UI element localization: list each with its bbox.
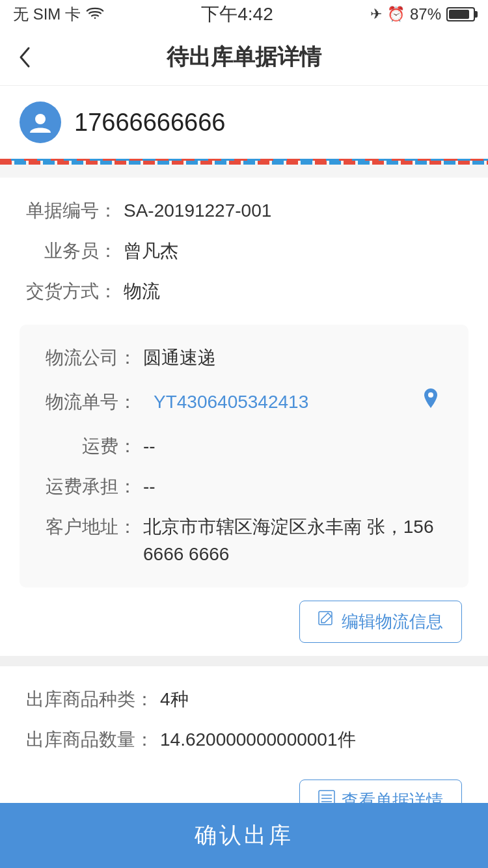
tracking-row: 物流单号： YT43064053424​13 (46, 385, 442, 420)
tracking-label: 物流单号： (46, 388, 137, 416)
svg-point-1 (35, 114, 46, 124)
goods-types-value: 4种 (154, 686, 462, 713)
customer-phone: 17666666666 (74, 109, 225, 137)
svg-point-2 (428, 392, 433, 398)
map-pin-icon[interactable] (419, 385, 442, 420)
status-left: 无 SIM 卡 (13, 4, 104, 25)
edit-logistics-label: 编辑物流信息 (342, 610, 443, 633)
customer-header: 17666666666 (0, 86, 488, 161)
freight-row: 运费： -- (46, 433, 442, 460)
order-number-value: SA-20191227-001 (117, 197, 462, 224)
page-title: 待出库单据详情 (167, 42, 321, 72)
edit-logistics-button[interactable]: 编辑物流信息 (299, 601, 462, 643)
confirm-button-label: 确认出库 (195, 821, 293, 850)
order-number-row: 单据编号： SA-20191227-001 (26, 197, 462, 224)
nav-bar: 待出库单据详情 (0, 29, 488, 86)
goods-types-label: 出库商品种类： (26, 686, 154, 713)
battery-percent: 87% (410, 5, 441, 23)
section-separator (0, 656, 488, 666)
logistics-card: 物流公司： 圆通速递 物流单号： YT43064053424​13 运费： --… (20, 325, 468, 588)
battery-icon (446, 7, 475, 21)
goods-types-row: 出库商品种类： 4种 (26, 686, 462, 713)
order-info-section: 单据编号： SA-20191227-001 业务员： 曾凡杰 交货方式： 物流 (0, 178, 488, 325)
status-right: ✈ ⏰ 87% (370, 5, 475, 23)
wifi-icon (86, 5, 104, 23)
goods-quantity-value: 14.620000000000001件 (154, 726, 462, 753)
confirm-bar[interactable]: 确认出库 (0, 803, 488, 868)
delivery-label: 交货方式： (26, 278, 117, 305)
freight-label: 运费： (46, 433, 137, 460)
address-row: 客户地址： 北京市市辖区海淀区永丰南 张，156 6666 6666 (46, 513, 442, 568)
address-value: 北京市市辖区海淀区永丰南 张，156 6666 6666 (137, 513, 442, 568)
freight-bear-label: 运费承担： (46, 473, 137, 500)
logistics-company-label: 物流公司： (46, 344, 137, 372)
delivery-value: 物流 (117, 278, 462, 305)
svg-point-0 (94, 17, 96, 19)
logistics-company-value: 圆通速递 (137, 344, 442, 372)
avatar (20, 102, 61, 143)
edit-icon (318, 611, 335, 632)
delivery-row: 交货方式： 物流 (26, 278, 462, 305)
freight-bear-row: 运费承担： -- (46, 473, 442, 500)
carrier-label: 无 SIM 卡 (13, 4, 81, 25)
battery-fill (449, 10, 469, 19)
back-button[interactable] (16, 43, 34, 72)
order-number-label: 单据编号： (26, 197, 117, 224)
logistics-company-row: 物流公司： 圆通速递 (46, 344, 442, 372)
status-bar: 无 SIM 卡 下午4:42 ✈ ⏰ 87% (0, 0, 488, 29)
freight-bear-value: -- (137, 473, 442, 500)
goods-section: 出库商品种类： 4种 出库商品数量： 14.620000000000001件 (0, 666, 488, 766)
dashed-divider (0, 161, 488, 165)
salesman-row: 业务员： 曾凡杰 (26, 237, 462, 265)
alarm-icon: ⏰ (387, 6, 405, 23)
salesman-value: 曾凡杰 (117, 237, 462, 265)
address-label: 客户地址： (46, 513, 137, 541)
logistics-wrapper: 物流公司： 圆通速递 物流单号： YT43064053424​13 运费： --… (0, 325, 488, 588)
location-status-icon: ✈ (370, 6, 382, 23)
status-time: 下午4:42 (201, 2, 273, 27)
goods-quantity-label: 出库商品数量： (26, 726, 154, 753)
salesman-label: 业务员： (26, 237, 117, 265)
freight-value: -- (137, 433, 442, 460)
goods-quantity-row: 出库商品数量： 14.620000000000001件 (26, 726, 462, 753)
edit-logistics-area: 编辑物流信息 (0, 588, 488, 656)
tracking-value: YT43064053424​13 (147, 388, 409, 416)
